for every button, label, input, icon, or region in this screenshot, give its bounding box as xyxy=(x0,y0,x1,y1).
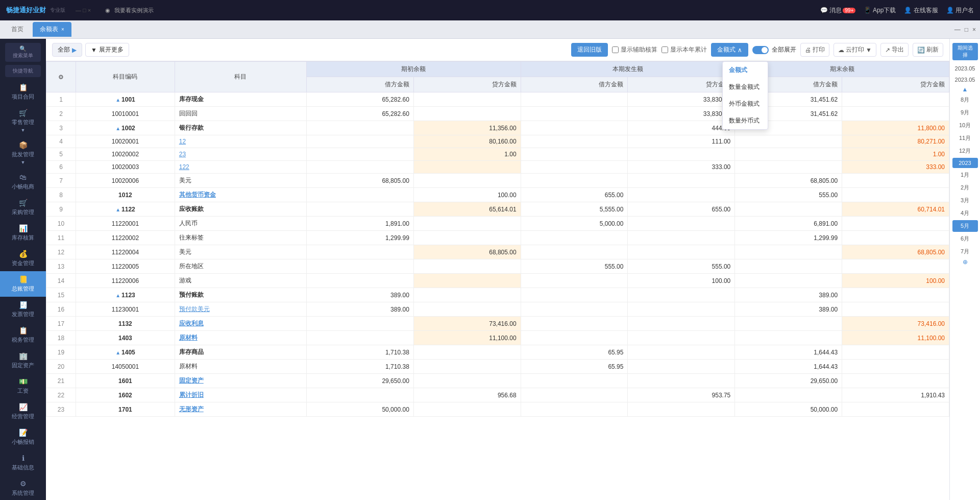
period-jul[interactable]: 7月 xyxy=(952,246,978,257)
sidebar-item-invoice[interactable]: 🧾 发票管理 xyxy=(0,297,46,322)
table-row[interactable]: 13 11220005 所在地区 555.00 555.00 xyxy=(46,259,949,274)
window-minimize-btn[interactable]: — xyxy=(954,26,961,33)
print-btn[interactable]: 🖨 打印 xyxy=(800,43,829,57)
yearly-check[interactable]: 显示本年累计 xyxy=(662,45,707,54)
period-2023-05-2[interactable]: 2023.05 xyxy=(952,75,978,85)
table-row[interactable]: 20 14050001 原材料 1,710.38 65.95 1,644.43 xyxy=(46,360,949,374)
sidebar-item-tax[interactable]: 📋 税务管理 xyxy=(0,322,46,348)
subsidiary-checkbox[interactable] xyxy=(612,46,619,53)
yearly-checkbox[interactable] xyxy=(662,46,668,53)
sidebar-item-system[interactable]: ⚙ 系统管理 xyxy=(0,475,46,500)
period-feb[interactable]: 2月 xyxy=(952,182,978,194)
dropdown-item-amount[interactable]: 金额式 xyxy=(723,62,768,79)
tab-balance[interactable]: 余额表 × xyxy=(33,22,71,37)
export-btn[interactable]: ↗ 导出 xyxy=(880,43,909,57)
refresh-btn[interactable]: 🔄 刷新 xyxy=(913,43,943,57)
tab-close-btn[interactable]: × xyxy=(61,27,64,32)
return-old-btn[interactable]: 退回旧版 xyxy=(571,43,608,57)
sidebar-item-wholesale[interactable]: 📦 批发管理 ▼ xyxy=(0,137,46,169)
table-row[interactable]: 16 11230001 预付款美元 389.00 389.00 xyxy=(46,302,949,317)
period-credit-cell: 33,830.98 xyxy=(628,107,735,121)
demo-link[interactable]: 我要看实例演示 xyxy=(114,7,154,14)
row-name[interactable]: 无形资产 xyxy=(175,402,306,417)
period-may[interactable]: 5月 xyxy=(952,220,978,232)
table-row[interactable]: 10 11220001 人民币 1,891.00 5,000.00 6,891.… xyxy=(46,217,949,231)
dropdown-item-qty-amount[interactable]: 数量金额式 xyxy=(723,79,768,96)
table-row[interactable]: 7 10020006 美元 68,805.00 68,805.00 xyxy=(46,174,949,188)
table-row[interactable]: 2 10010001 回回回 65,282.60 33,830.98 31,45… xyxy=(46,107,949,121)
expand-more-btn[interactable]: ▼ 展开更多 xyxy=(85,43,129,57)
scroll-up-btn[interactable]: ▲ xyxy=(952,86,978,93)
row-name[interactable]: 固定资产 xyxy=(175,374,306,388)
settings-col-header[interactable]: ⚙ xyxy=(46,62,76,92)
row-name[interactable]: 122 xyxy=(175,161,306,174)
sidebar-item-payroll[interactable]: 💵 工资 xyxy=(0,373,46,399)
table-row[interactable]: 9 ▲1122 应收账款 65,614.01 5,555.00 655.00 6… xyxy=(46,202,949,217)
period-nov[interactable]: 11月 xyxy=(952,132,978,144)
sidebar-item-fixed-assets[interactable]: 🏢 固定资产 xyxy=(0,348,46,373)
sidebar-item-retail[interactable]: 🛒 零售管理 ▼ xyxy=(0,105,46,137)
table-row[interactable]: 3 ▲1002 银行存款 11,356.00 444.00 11,800.00 xyxy=(46,121,949,135)
period-2023-05-1[interactable]: 2023.05 xyxy=(952,63,978,74)
table-row[interactable]: 4 10020001 12 80,160.00 111.00 80,271.00 xyxy=(46,135,949,148)
table-row[interactable]: 12 11220004 美元 68,805.00 68,805.00 xyxy=(46,245,949,259)
row-name[interactable]: 应收利息 xyxy=(175,317,306,331)
dropdown-item-qty-foreign[interactable]: 数量外币式 xyxy=(723,112,768,129)
table-row[interactable]: 1 ▲1001 库存现金 65,282.60 33,830.98 31,451.… xyxy=(46,92,949,107)
sidebar-quick-nav[interactable]: 快捷导航 xyxy=(5,65,41,77)
period-2023-year[interactable]: 2023 xyxy=(952,158,978,168)
window-close-btn[interactable]: × xyxy=(972,26,976,33)
table-row[interactable]: 5 10020002 23 1.00 1.00 xyxy=(46,148,949,161)
period-debit-cell xyxy=(521,388,628,402)
period-oct[interactable]: 10月 xyxy=(952,120,978,131)
table-row[interactable]: 6 10020003 122 333.00 333.00 xyxy=(46,161,949,174)
period-jan[interactable]: 1月 xyxy=(952,169,978,181)
table-row[interactable]: 11 11220002 往来标签 1,299.99 1,299.99 xyxy=(46,231,949,245)
sidebar-item-project[interactable]: 📋 项目合同 xyxy=(0,79,46,105)
sidebar-search[interactable]: 🔍 搜索菜单 xyxy=(5,43,41,62)
table-row[interactable]: 19 ▲1405 库存商品 1,710.38 65.95 1,644.43 xyxy=(46,345,949,360)
period-sep[interactable]: 9月 xyxy=(952,107,978,118)
cloud-print-btn[interactable]: ☁ 云打印 ▼ xyxy=(834,43,876,57)
period-apr[interactable]: 4月 xyxy=(952,207,978,219)
tab-home[interactable]: 首页 xyxy=(4,22,31,37)
expand-all-toggle[interactable]: 全部展开 xyxy=(752,45,796,54)
table-row[interactable]: 18 1403 原材料 11,100.00 11,100.00 xyxy=(46,331,949,345)
sidebar-item-basic-info[interactable]: ℹ 基础信息 xyxy=(0,450,46,475)
row-name[interactable]: 原材料 xyxy=(175,331,306,345)
sidebar-item-expense[interactable]: 📝 小畅报销 xyxy=(0,424,46,450)
subsidiary-check[interactable]: 显示辅助核算 xyxy=(612,45,657,54)
period-dec[interactable]: 12月 xyxy=(952,145,978,157)
online-service-btn[interactable]: 👤 在线客服 xyxy=(904,6,938,15)
dropdown-item-foreign-amount[interactable]: 外币金额式 xyxy=(723,96,768,112)
sidebar-item-funds[interactable]: 💰 资金管理 xyxy=(0,246,46,271)
app-download-btn[interactable]: 📱 App下载 xyxy=(864,6,896,15)
period-aug[interactable]: 8月 xyxy=(952,94,978,106)
table-row[interactable]: 14 11220006 游戏 100.00 100.00 xyxy=(46,274,949,288)
table-row[interactable]: 23 1701 无形资产 50,000.00 50,000.00 xyxy=(46,402,949,417)
table-row[interactable]: 15 ▲1123 预付账款 389.00 389.00 xyxy=(46,288,949,302)
row-name[interactable]: 预付款美元 xyxy=(175,302,306,317)
row-name[interactable]: 其他货币资金 xyxy=(175,188,306,202)
user-avatar[interactable]: 👤 用户名 xyxy=(946,6,974,15)
message-btn[interactable]: 💬 消息99+ xyxy=(820,6,855,15)
scroll-down-btn[interactable]: ⊕ xyxy=(952,258,978,266)
row-name[interactable]: 23 xyxy=(175,148,306,161)
table-row[interactable]: 8 1012 其他货币资金 100.00 655.00 555.00 xyxy=(46,188,949,202)
table-row[interactable]: 22 1602 累计折旧 956.68 953.75 1,910.43 xyxy=(46,388,949,402)
sidebar-item-ecommerce[interactable]: 🛍 小畅电商 xyxy=(0,169,46,195)
table-row[interactable]: 21 1601 固定资产 29,650.00 29,650.00 xyxy=(46,374,949,388)
sidebar-item-management[interactable]: 📈 经营管理 xyxy=(0,399,46,424)
row-name[interactable]: 12 xyxy=(175,135,306,148)
sidebar-item-ledger[interactable]: 📒 总账管理 xyxy=(0,271,46,297)
row-name[interactable]: 累计折旧 xyxy=(175,388,306,402)
sidebar-item-purchase[interactable]: 🛒 采购管理 xyxy=(0,195,46,220)
period-mar[interactable]: 3月 xyxy=(952,195,978,206)
sidebar-item-inventory[interactable]: 📊 库存核算 xyxy=(0,220,46,246)
all-filter-btn[interactable]: 全部 ▶ xyxy=(52,43,82,57)
window-maximize-btn[interactable]: □ xyxy=(965,26,968,33)
table-row[interactable]: 17 1132 应收利息 73,416.00 73,416.00 xyxy=(46,317,949,331)
period-jun[interactable]: 6月 xyxy=(952,233,978,245)
mode-btn[interactable]: 金额式 ∧ xyxy=(711,43,748,57)
toggle-control[interactable] xyxy=(752,46,769,54)
